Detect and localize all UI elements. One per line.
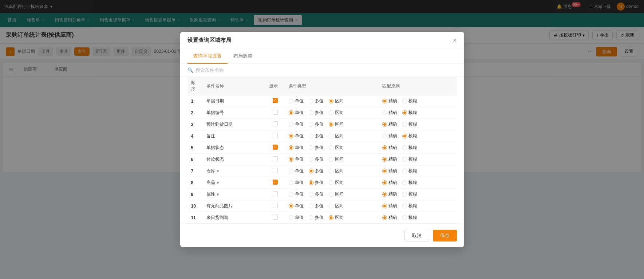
match-exact-label[interactable]: 精确 [382,98,397,104]
type-single-radio[interactable] [289,145,293,150]
type-multi-label[interactable]: 多值 [309,145,324,151]
type-multi-label[interactable]: 多值 [309,168,324,174]
type-range-label[interactable]: 区间 [329,110,344,116]
dialog-close-btn[interactable]: × [453,37,457,44]
row-name: 付款状态 [203,154,265,165]
type-range-radio[interactable] [329,134,333,138]
match-exact-label[interactable]: 精确 [382,133,397,139]
row-display [265,130,285,142]
type-multi-radio[interactable] [309,145,313,150]
match-fuzzy-radio[interactable] [402,110,407,115]
type-range-label[interactable]: 区间 [329,133,344,139]
type-single-label[interactable]: 单值 [289,156,304,162]
display-checkbox[interactable] [273,133,278,138]
match-fuzzy-label[interactable]: 模糊 [402,121,417,127]
match-fuzzy-radio[interactable] [402,169,407,173]
dialog-title: 设置查询区域布局 [187,37,231,44]
match-exact-radio[interactable] [382,110,387,115]
type-single-label[interactable]: 单值 [289,145,304,151]
match-exact-radio[interactable] [382,145,387,150]
display-checkbox[interactable] [273,98,278,103]
type-single-radio[interactable] [289,157,293,162]
type-range-label[interactable]: 区间 [329,98,344,104]
dropdown-arrow-icon[interactable]: ∨ [217,169,219,173]
type-multi-radio[interactable] [309,134,313,138]
match-exact-radio[interactable] [382,134,387,138]
type-single-label[interactable]: 单值 [289,110,304,116]
table-row: 1单据日期 单值 多值 区间 精确 [187,95,457,107]
dialog-header: 设置查询区域布局 × [180,32,464,49]
row-order: 5 [187,142,203,154]
type-single-radio[interactable] [289,122,293,127]
type-multi-label[interactable]: 多值 [309,110,324,116]
display-checkbox[interactable] [273,156,278,161]
type-range-radio[interactable] [329,157,333,162]
row-match: 精确 模糊 [379,107,457,119]
row-type: 单值 多值 区间 [285,119,379,130]
match-exact-radio[interactable] [382,169,387,173]
type-multi-label[interactable]: 多值 [309,133,324,139]
match-fuzzy-label[interactable]: 模糊 [402,145,417,151]
match-exact-label[interactable]: 精确 [382,156,397,162]
match-exact-radio[interactable] [382,122,387,127]
row-match: 精确 模糊 [379,142,457,154]
match-exact-label[interactable]: 精确 [382,168,397,174]
match-fuzzy-radio[interactable] [402,122,407,127]
search-input[interactable] [195,67,268,73]
type-single-label[interactable]: 单值 [289,121,304,127]
dialog-tab-layout[interactable]: 布局调整 [228,49,258,64]
type-multi-radio[interactable] [309,99,313,103]
type-single-radio[interactable] [289,99,293,103]
match-fuzzy-label[interactable]: 模糊 [402,168,417,174]
type-multi-radio[interactable] [309,169,313,173]
match-fuzzy-radio[interactable] [402,134,407,138]
row-display [265,95,285,107]
type-range-label[interactable]: 区间 [329,168,344,174]
row-display [265,119,285,130]
row-match: 精确 模糊 [379,119,457,130]
type-single-label[interactable]: 单值 [289,98,304,104]
table-row: 6付款状态 单值 多值 区间 精确 [187,154,457,165]
match-exact-radio[interactable] [382,99,387,103]
dialog: 设置查询区域布局 × 查询字段设置 布局调整 🔍 顺序 条件名称 显示 条件类型 [180,32,464,175]
type-single-radio[interactable] [289,110,293,115]
dialog-tab-query-fields[interactable]: 查询字段设置 [187,49,228,64]
type-multi-radio[interactable] [309,157,313,162]
type-range-radio[interactable] [329,110,333,115]
display-checkbox[interactable] [273,110,278,115]
type-single-label[interactable]: 单值 [289,133,304,139]
type-multi-radio[interactable] [309,110,313,115]
type-multi-label[interactable]: 多值 [309,156,324,162]
match-exact-label[interactable]: 精确 [382,145,397,151]
type-single-label[interactable]: 单值 [289,168,304,174]
display-checkbox[interactable] [273,145,278,150]
type-single-radio[interactable] [289,134,293,138]
match-exact-label[interactable]: 精确 [382,110,397,116]
type-range-label[interactable]: 区间 [329,156,344,162]
match-fuzzy-label[interactable]: 模糊 [402,156,417,162]
type-single-radio[interactable] [289,169,293,173]
row-order: 4 [187,130,203,142]
match-fuzzy-radio[interactable] [402,99,407,103]
match-fuzzy-radio[interactable] [402,145,407,150]
type-multi-label[interactable]: 多值 [309,98,324,104]
type-multi-radio[interactable] [309,122,313,127]
match-exact-label[interactable]: 精确 [382,121,397,127]
type-range-radio[interactable] [329,145,333,150]
display-checkbox[interactable] [273,168,278,173]
match-fuzzy-label[interactable]: 模糊 [402,98,417,104]
match-fuzzy-label[interactable]: 模糊 [402,133,417,139]
display-checkbox[interactable] [273,121,278,126]
match-exact-radio[interactable] [382,157,387,162]
match-fuzzy-radio[interactable] [402,157,407,162]
type-range-radio[interactable] [329,122,333,127]
type-range-radio[interactable] [329,169,333,173]
row-type: 单值 多值 区间 [285,107,379,119]
type-range-label[interactable]: 区间 [329,121,344,127]
table-row: 4备注 单值 多值 区间 精确 [187,130,457,142]
type-range-radio[interactable] [329,99,333,103]
match-fuzzy-label[interactable]: 模糊 [402,110,417,116]
type-multi-label[interactable]: 多值 [309,121,324,127]
type-range-label[interactable]: 区间 [329,145,344,151]
row-type: 单值 多值 区间 [285,142,379,154]
